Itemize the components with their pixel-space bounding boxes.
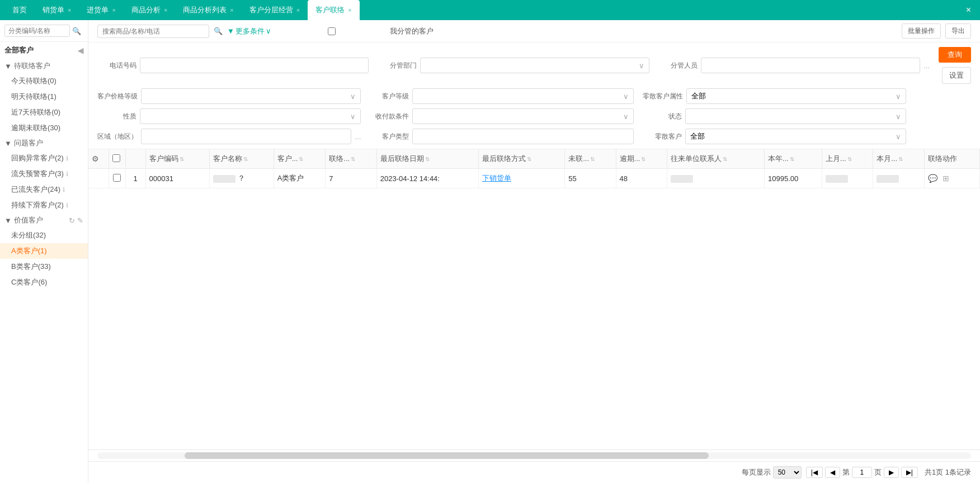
col-company-contact-header: 往来单位联系人 ⇅ bbox=[667, 149, 764, 169]
sort-uncontacted-icon[interactable]: ⇅ bbox=[590, 156, 595, 162]
sort-type-icon[interactable]: ⇅ bbox=[299, 156, 303, 162]
scrollbar-thumb[interactable] bbox=[185, 452, 709, 459]
refresh-icon[interactable]: ↻ bbox=[69, 216, 75, 225]
info-icon-churn-warning: ℹ bbox=[66, 171, 68, 178]
close-sales-tab[interactable]: × bbox=[68, 7, 71, 13]
edit-icon[interactable]: ✎ bbox=[77, 216, 83, 225]
price-level-arrow-icon: ∨ bbox=[350, 92, 356, 101]
per-page-select[interactable]: 50 100 200 bbox=[773, 466, 802, 479]
setting-button[interactable]: 设置 bbox=[942, 67, 971, 84]
select-all-checkbox[interactable] bbox=[112, 154, 120, 162]
phone-input[interactable] bbox=[140, 58, 369, 73]
search-button[interactable]: 🔍 bbox=[214, 27, 223, 35]
close-customer-segment-tab[interactable]: × bbox=[296, 7, 300, 13]
first-page-button[interactable]: |◀ bbox=[806, 467, 823, 478]
row-uncontacted-cell: 55 bbox=[565, 169, 616, 188]
sidebar-section-value[interactable]: ▼ 价值客户 ↻ ✎ bbox=[0, 213, 88, 228]
row-checkbox[interactable] bbox=[113, 174, 121, 182]
table-settings-icon[interactable]: ⚙ bbox=[92, 154, 99, 163]
col-this-month-header: 本月... ⇅ bbox=[873, 149, 924, 169]
sidebar-collapse-icon[interactable]: ◀ bbox=[78, 46, 83, 55]
query-button[interactable]: 查询 bbox=[939, 47, 971, 63]
sidebar-item-class-b[interactable]: B类客户(33) bbox=[0, 259, 88, 274]
sort-this-year-icon[interactable]: ⇅ bbox=[790, 156, 794, 162]
sidebar-item-7days[interactable]: 近7天待联络(0) bbox=[0, 105, 88, 120]
payment-select[interactable]: ∨ bbox=[412, 108, 633, 124]
region-dots-button[interactable]: ... bbox=[355, 132, 361, 141]
sidebar-section-pending[interactable]: ▼ 待联络客户 bbox=[0, 59, 88, 73]
sidebar-section-problem[interactable]: ▼ 问题客户 bbox=[0, 136, 88, 150]
page-number-input[interactable] bbox=[852, 467, 872, 478]
nav-tab-customer-segment[interactable]: 客户分层经营 × bbox=[242, 0, 308, 20]
close-product-analysis-tab[interactable]: × bbox=[164, 7, 167, 13]
close-customer-contact-tab[interactable]: × bbox=[348, 7, 351, 13]
sidebar-item-churn-warning[interactable]: 流失预警客户(3) ℹ bbox=[0, 166, 88, 182]
sort-method-icon[interactable]: ⇅ bbox=[527, 156, 531, 162]
price-level-select[interactable]: ∨ bbox=[141, 88, 361, 104]
problem-arrow-icon: ▼ bbox=[4, 139, 12, 148]
nav-tab-product-analysis[interactable]: 商品分析 × bbox=[124, 0, 175, 20]
last-page-button[interactable]: ▶| bbox=[901, 467, 918, 478]
sort-contact-icon[interactable]: ⇅ bbox=[351, 156, 355, 162]
nav-tab-customer-contact[interactable]: 客户联络 × bbox=[308, 0, 359, 20]
sidebar-item-repurchase-abnormal[interactable]: 回购异常客户(2) ℹ bbox=[0, 150, 88, 166]
per-page-selector: 每页显示 50 100 200 bbox=[742, 466, 802, 479]
dept-arrow-icon: ∨ bbox=[639, 61, 644, 70]
scrollbar-track[interactable] bbox=[97, 452, 971, 459]
sidebar-item-churned[interactable]: 已流失客户(24) ℹ bbox=[0, 182, 88, 197]
sidebar-item-ungroups[interactable]: 未分组(32) bbox=[0, 228, 88, 243]
filter-group-customer-type: 客户类型 bbox=[370, 129, 633, 144]
phone-label: 电话号码 bbox=[97, 61, 136, 70]
export-button[interactable]: 导出 bbox=[945, 23, 971, 39]
filter-group-status: 状态 ∨ bbox=[643, 108, 906, 124]
next-page-button[interactable]: ▶ bbox=[884, 467, 899, 478]
sidebar-item-today[interactable]: 今天待联络(0) bbox=[0, 73, 88, 89]
qr-action-icon[interactable]: ⊞ bbox=[943, 174, 949, 183]
sort-code-icon[interactable]: ⇅ bbox=[180, 156, 184, 162]
nav-tab-product-list[interactable]: 商品分析列表 × bbox=[175, 0, 241, 20]
col-customer-name-header: 客户名称 ⇅ bbox=[210, 149, 274, 169]
retail-attr-select[interactable]: 全部 ∨ bbox=[686, 88, 906, 104]
nav-tab-sales[interactable]: 销货单 × bbox=[35, 0, 79, 20]
manager-select[interactable] bbox=[701, 58, 920, 73]
sort-date-icon[interactable]: ⇅ bbox=[425, 156, 430, 162]
row-last-date-cell: 2023-04-12 14:44: bbox=[376, 169, 478, 188]
close-app-button[interactable]: × bbox=[962, 5, 976, 15]
dept-select[interactable]: ∨ bbox=[420, 58, 649, 73]
nav-tab-purchase[interactable]: 进货单 × bbox=[79, 0, 123, 20]
my-customer-checkbox[interactable] bbox=[276, 27, 388, 35]
prev-page-button[interactable]: ◀ bbox=[825, 467, 840, 478]
sort-name-icon[interactable]: ⇅ bbox=[243, 156, 248, 162]
region-select[interactable] bbox=[141, 129, 351, 144]
nature-select[interactable]: ∨ bbox=[140, 108, 361, 124]
sidebar-item-overdue[interactable]: 逾期未联络(30) bbox=[0, 120, 88, 136]
col-num-header bbox=[125, 149, 145, 169]
status-select[interactable]: ∨ bbox=[685, 108, 906, 124]
sort-this-month-icon[interactable]: ⇅ bbox=[898, 156, 903, 162]
close-product-list-tab[interactable]: × bbox=[230, 7, 233, 13]
sidebar-item-class-a[interactable]: A类客户(1) bbox=[0, 243, 88, 259]
retail-customer-select[interactable]: 全部 ∨ bbox=[685, 129, 906, 144]
manager-dots-button[interactable]: ... bbox=[924, 61, 930, 70]
table-row: 1 000031 ？ A类客户 7 bbox=[88, 169, 980, 188]
sort-company-contact-icon[interactable]: ⇅ bbox=[723, 156, 727, 162]
sidebar-search-icon[interactable]: 🔍 bbox=[70, 27, 83, 35]
batch-action-button[interactable]: 批量操作 bbox=[902, 23, 941, 39]
nav-home[interactable]: 首页 bbox=[4, 0, 35, 20]
customer-type-select[interactable] bbox=[412, 129, 633, 144]
page-navigation: |◀ ◀ 第 页 ▶ ▶| 共1页 1条记录 bbox=[806, 467, 971, 478]
chat-action-icon[interactable]: 💬 bbox=[928, 174, 937, 183]
customer-level-select[interactable]: ∨ bbox=[412, 88, 633, 104]
sort-overdue-icon[interactable]: ⇅ bbox=[641, 156, 646, 162]
sidebar-search-input[interactable] bbox=[4, 25, 70, 37]
close-purchase-tab[interactable]: × bbox=[112, 7, 115, 13]
my-customer-checkbox-label[interactable]: 我分管的客户 bbox=[276, 26, 434, 36]
last-method-link[interactable]: 下销货单 bbox=[482, 174, 511, 182]
search-input[interactable] bbox=[97, 25, 209, 38]
more-filters-button[interactable]: ▼ 更多条件 ∨ bbox=[227, 26, 271, 36]
sort-last-month-icon[interactable]: ⇅ bbox=[847, 156, 852, 162]
sidebar-item-tomorrow[interactable]: 明天待联络(1) bbox=[0, 89, 88, 105]
sidebar-item-declining[interactable]: 持续下滑客户(2) ℹ bbox=[0, 197, 88, 213]
sidebar-item-class-c[interactable]: C类客户(6) bbox=[0, 274, 88, 290]
info-icon-churned: ℹ bbox=[63, 186, 65, 193]
